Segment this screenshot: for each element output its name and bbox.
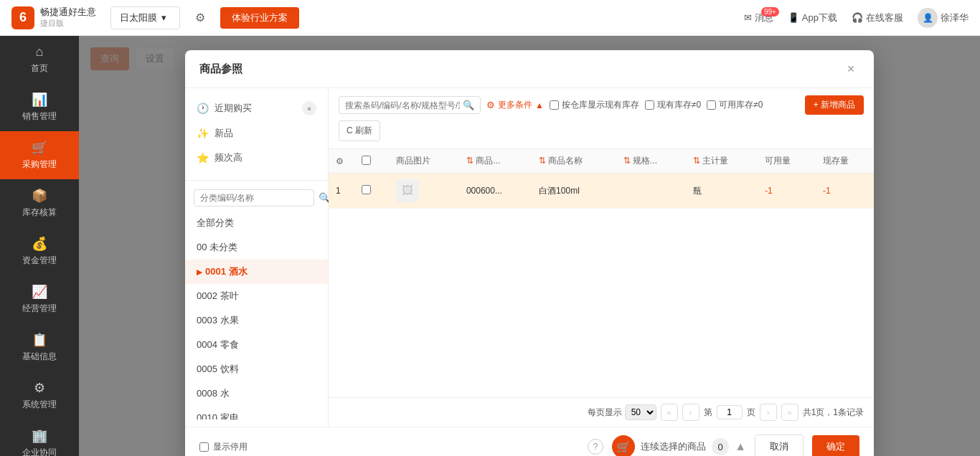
category-item-all[interactable]: 全部分类 <box>185 211 328 235</box>
trial-button[interactable]: 体验行业方案 <box>220 7 299 29</box>
tab-frequent[interactable]: ⭐ 频次高 <box>185 146 328 170</box>
more-conditions-btn[interactable]: ⚙ 更多条件 ▲ <box>486 99 544 111</box>
table-header-gear[interactable]: ⚙ <box>329 149 354 174</box>
chevron-up-icon: ▲ <box>535 100 544 110</box>
category-item-0001[interactable]: ▶ 0001 酒水 <box>185 260 328 284</box>
available-stock-checkbox[interactable]: 可用库存≠0 <box>707 99 763 111</box>
per-page-select[interactable]: 50 <box>625 404 656 420</box>
category-item-0005[interactable]: 0005 饮料 <box>185 357 328 381</box>
category-label-00: 00 未分类 <box>197 241 237 254</box>
category-search-input[interactable] <box>194 189 314 206</box>
table-row[interactable]: 1 🖼 000600... 白酒100ml <box>329 174 874 209</box>
category-list: 全部分类 00 未分类 ▶ 0001 酒水 0002 茶叶 <box>185 211 328 419</box>
row-current: -1 <box>816 174 874 209</box>
table-header-spec[interactable]: ⇅ 规格... <box>616 149 686 174</box>
table-header-name[interactable]: ⇅ 商品名称 <box>532 149 616 174</box>
left-tabs: 🕐 近期购买 « ✨ 新品 ⭐ 频次高 <box>185 95 328 170</box>
row-name: 白酒100ml <box>532 174 616 209</box>
category-item-0008[interactable]: 0008 水 <box>185 381 328 406</box>
sidebar-item-basic[interactable]: 📋 基础信息 <box>0 323 79 371</box>
sidebar-item-enterprise[interactable]: 🏢 企业协同 <box>0 419 79 456</box>
sidebar-item-system[interactable]: ⚙ 系统管理 <box>0 371 79 419</box>
table-header-unit[interactable]: ⇅ 主计量 <box>686 149 758 174</box>
sidebar-item-sales[interactable]: 📊 销售管理 <box>0 83 79 131</box>
show-disabled-checkbox[interactable]: 显示停用 <box>199 441 248 453</box>
has-stock-input[interactable] <box>645 100 654 110</box>
new-icon: ✨ <box>197 128 209 139</box>
table-header-available: 可用量 <box>758 149 816 174</box>
table-header-code[interactable]: ⇅ 商品... <box>459 149 532 174</box>
product-table: ⚙ 商品图片 <box>329 149 874 209</box>
by-warehouse-label: 按仓库显示现有库存 <box>562 99 639 111</box>
collapse-footer-icon[interactable]: ▲ <box>735 440 746 453</box>
row-spec <box>616 174 686 209</box>
available-stock-input[interactable] <box>707 100 716 110</box>
add-product-button[interactable]: + 新增商品 <box>805 95 864 115</box>
category-label-0003: 0003 水果 <box>197 314 239 327</box>
sidebar-item-inventory[interactable]: 📦 库存核算 <box>0 179 79 227</box>
settings-icon[interactable]: ⚙ <box>189 6 212 29</box>
filter-icon: ⚙ <box>486 100 495 110</box>
sidebar-label-system: 系统管理 <box>22 399 57 411</box>
tab-recent[interactable]: 🕐 近期购买 « <box>185 95 328 121</box>
category-item-0004[interactable]: 0004 零食 <box>185 333 328 357</box>
select-all-checkbox[interactable] <box>362 156 371 165</box>
message-button[interactable]: ✉ 消息 99+ <box>744 11 773 24</box>
modal-close-button[interactable]: × <box>842 60 859 77</box>
category-search-row: 🔍 <box>185 185 328 211</box>
app-label: App下载 <box>802 11 837 24</box>
last-page-btn[interactable]: » <box>781 404 798 421</box>
by-warehouse-input[interactable] <box>550 100 559 110</box>
confirm-button[interactable]: 确定 <box>812 435 859 456</box>
user-name: 徐泽华 <box>941 11 969 24</box>
category-label-0002: 0002 茶叶 <box>197 290 239 303</box>
next-page-btn[interactable]: › <box>760 404 777 421</box>
sidebar-item-purchase[interactable]: 🛒 采购管理 <box>0 131 79 179</box>
basic-icon: 📋 <box>32 332 47 348</box>
row-checkbox[interactable] <box>362 185 371 194</box>
cart-button[interactable]: 🛒 <box>612 435 635 456</box>
product-search-icon[interactable]: 🔍 <box>463 100 474 110</box>
spec-header-label: 规格... <box>633 156 657 166</box>
frequent-icon: ⭐ <box>197 152 209 163</box>
category-item-0003[interactable]: 0003 水果 <box>185 308 328 333</box>
sidebar-label-operations: 经营管理 <box>22 303 57 315</box>
category-item-0002[interactable]: 0002 茶叶 <box>185 284 328 308</box>
table-header-checkbox[interactable] <box>354 149 389 174</box>
has-stock-checkbox[interactable]: 现有库存≠0 <box>645 99 701 111</box>
show-disabled-input[interactable] <box>199 442 209 452</box>
sidebar-label-enterprise: 企业协同 <box>22 447 57 456</box>
category-item-0010[interactable]: 0010 家电 <box>185 406 328 419</box>
home-icon: ⌂ <box>36 44 44 60</box>
collapse-left-btn[interactable]: « <box>302 101 316 115</box>
prev-page-btn[interactable]: ‹ <box>682 404 699 421</box>
logo-sub: 捷目版 <box>40 18 96 29</box>
row-available: -1 <box>758 174 816 209</box>
sidebar-item-operations[interactable]: 📈 经营管理 <box>0 275 79 323</box>
by-warehouse-checkbox[interactable]: 按仓库显示现有库存 <box>550 99 639 111</box>
refresh-button[interactable]: C 刷新 <box>339 120 380 141</box>
finance-icon: 💰 <box>32 236 47 252</box>
sidebar-item-home[interactable]: ⌂ 首页 <box>0 36 79 83</box>
product-thumbnail: 🖼 <box>396 179 419 202</box>
tab-new[interactable]: ✨ 新品 <box>185 121 328 146</box>
sidebar-label-sales: 销售管理 <box>22 110 57 123</box>
row-checkbox-cell[interactable] <box>354 174 389 209</box>
store-selector[interactable]: 日太阳膜 ▾ <box>110 6 180 29</box>
category-item-00[interactable]: 00 未分类 <box>185 235 328 260</box>
image-header-label: 商品图片 <box>396 156 430 166</box>
help-icon[interactable]: ? <box>588 439 603 455</box>
table-header-current: 现存量 <box>816 149 874 174</box>
first-page-btn[interactable]: « <box>661 404 678 421</box>
app-download-button[interactable]: 📱 App下载 <box>788 11 837 24</box>
service-button[interactable]: 🎧 在线客服 <box>852 11 903 24</box>
page-number-input[interactable] <box>717 405 743 419</box>
category-label-0008: 0008 水 <box>197 387 230 400</box>
sidebar-item-finance[interactable]: 💰 资金管理 <box>0 227 79 275</box>
cancel-button[interactable]: 取消 <box>755 434 804 456</box>
sidebar-label-purchase: 采购管理 <box>22 158 57 171</box>
product-table-wrap: ⚙ 商品图片 <box>329 149 874 397</box>
product-search-input[interactable] <box>345 100 460 110</box>
user-menu[interactable]: 👤 徐泽华 <box>918 8 969 28</box>
sidebar-label-finance: 资金管理 <box>22 255 57 267</box>
